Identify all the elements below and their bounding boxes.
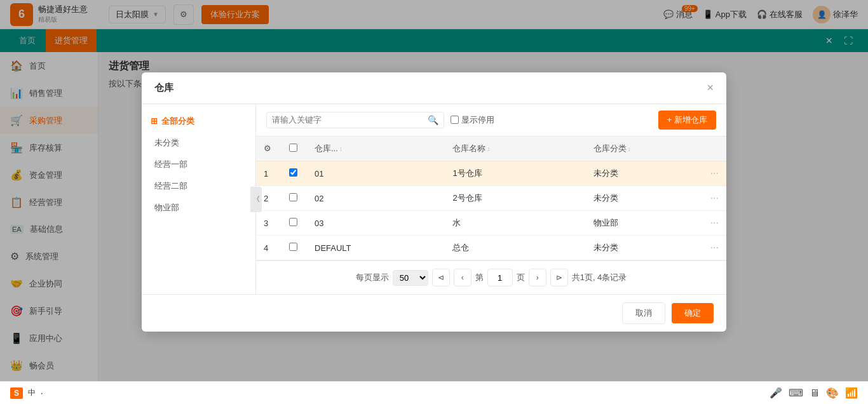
show-disabled-checkbox-label[interactable]: 显示停用: [451, 114, 494, 126]
row-name: 2号仓库: [445, 186, 585, 211]
confirm-button[interactable]: 确定: [672, 303, 714, 323]
first-page-button[interactable]: ⊲: [432, 269, 450, 286]
all-category-label: 全部分类: [161, 116, 194, 127]
search-input[interactable]: [272, 115, 428, 125]
table-settings-icon[interactable]: ⚙: [264, 144, 271, 153]
table-header-row: ⚙ 仓库...↕ 仓库名称↕ 仓库分类↕: [256, 137, 726, 161]
table-body: 1 01 1号仓库 未分类··· 2 02 2号仓库 未分类··· 3 03 水…: [256, 161, 726, 260]
palette-icon[interactable]: 🎨: [826, 387, 839, 399]
last-page-button[interactable]: ⊳: [550, 269, 568, 286]
row-code: DEFAULT: [307, 236, 445, 260]
category-item-property[interactable]: 物业部: [142, 197, 255, 219]
modal-title: 仓库: [154, 82, 173, 94]
select-all-checkbox[interactable]: [289, 144, 297, 152]
prev-page-button[interactable]: ‹: [454, 269, 471, 286]
grid-icon: ⊞: [151, 116, 158, 126]
table-row[interactable]: 2 02 2号仓库 未分类···: [256, 186, 726, 211]
row-checkbox-cell: [281, 211, 307, 236]
data-table: ⚙ 仓库...↕ 仓库名称↕ 仓库分类↕ 1 01 1号仓库 未分类··· 2: [256, 137, 726, 261]
add-warehouse-button[interactable]: + 新增仓库: [658, 111, 716, 130]
table-row[interactable]: 4 DEFAULT 总仓 未分类···: [256, 236, 726, 260]
total-info: 共1页, 4条记录: [572, 272, 627, 283]
sort-category-icon: ↕: [628, 145, 631, 152]
warehouse-modal: 仓库 × ⊞ 全部分类 未分类 经营一部 经营二部 物业部 《: [142, 72, 726, 332]
per-page-label: 每页显示: [356, 272, 389, 283]
row-checkbox-cell: [281, 161, 307, 186]
row-num: 3: [256, 211, 281, 236]
bottom-bar: S 中 · 🎤 ⌨ 🖥 🎨 📶: [0, 381, 868, 404]
modal-overlay: 仓库 × ⊞ 全部分类 未分类 经营一部 经营二部 物业部 《: [0, 0, 868, 404]
pagination: 每页显示 50 20 100 ⊲ ‹ 第 页 › ⊳ 共1页, 4条记录: [256, 260, 726, 294]
row-name: 1号仓库: [445, 161, 585, 186]
per-page-select[interactable]: 50 20 100: [393, 270, 428, 286]
keyboard-icon[interactable]: ⌨: [789, 387, 803, 399]
row-actions-icon[interactable]: ···: [710, 242, 719, 253]
all-category-item[interactable]: ⊞ 全部分类: [142, 111, 255, 132]
table-row[interactable]: 1 01 1号仓库 未分类···: [256, 161, 726, 186]
page-input[interactable]: [487, 269, 513, 286]
row-category: 未分类···: [586, 236, 726, 260]
row-category: 物业部···: [586, 211, 726, 236]
row-num: 4: [256, 236, 281, 260]
bottom-left: S 中 ·: [10, 387, 43, 399]
category-panel: ⊞ 全部分类 未分类 经营一部 经营二部 物业部 《: [142, 104, 256, 295]
modal-body: ⊞ 全部分类 未分类 经营一部 经营二部 物业部 《 🔍: [142, 104, 726, 295]
row-num: 1: [256, 161, 281, 186]
th-name: 仓库名称↕: [445, 137, 585, 161]
next-page-button[interactable]: ›: [529, 269, 546, 286]
row-actions-icon[interactable]: ···: [710, 168, 719, 179]
category-item-uncategorized[interactable]: 未分类: [142, 132, 255, 154]
dot-separator: ·: [41, 388, 43, 398]
cancel-button[interactable]: 取消: [622, 302, 665, 324]
collapse-panel-button[interactable]: 《: [250, 187, 262, 212]
show-disabled-checkbox[interactable]: [451, 116, 459, 124]
row-name: 水: [445, 211, 585, 236]
modal-header: 仓库 ×: [142, 72, 726, 104]
warehouse-table: ⚙ 仓库...↕ 仓库名称↕ 仓库分类↕ 1 01 1号仓库 未分类··· 2: [256, 137, 726, 261]
modal-footer: 取消 确定: [142, 294, 726, 332]
row-actions-icon[interactable]: ···: [710, 217, 719, 229]
category-item-ops1[interactable]: 经营一部: [142, 154, 255, 175]
row-code: 02: [307, 186, 445, 211]
row-checkbox[interactable]: [289, 168, 297, 177]
row-category: 未分类···: [586, 186, 726, 211]
row-code: 01: [307, 161, 445, 186]
row-category: 未分类···: [586, 161, 726, 186]
row-name: 总仓: [445, 236, 585, 260]
signal-icon[interactable]: 📶: [845, 387, 858, 399]
search-icon[interactable]: 🔍: [428, 115, 438, 125]
sort-code-icon: ↕: [339, 145, 342, 152]
page-suffix: 页: [517, 272, 525, 283]
th-code: 仓库...↕: [307, 137, 445, 161]
row-checkbox[interactable]: [289, 218, 297, 226]
row-actions-icon[interactable]: ···: [710, 192, 719, 204]
th-category: 仓库分类↕: [586, 137, 726, 161]
bottom-right: 🎤 ⌨ 🖥 🎨 📶: [770, 387, 858, 399]
s-logo: S: [10, 387, 23, 399]
modal-close-button[interactable]: ×: [707, 81, 714, 95]
lang-badge: 中: [28, 387, 36, 398]
show-disabled-label: 显示停用: [461, 114, 494, 126]
th-settings: ⚙: [256, 137, 281, 161]
microphone-icon[interactable]: 🎤: [770, 387, 782, 399]
sort-name-icon: ↕: [487, 145, 490, 152]
search-box: 🔍: [266, 112, 444, 128]
row-code: 03: [307, 211, 445, 236]
page-label: 第: [475, 272, 484, 283]
row-checkbox[interactable]: [289, 243, 297, 251]
row-checkbox-cell: [281, 186, 307, 211]
table-row[interactable]: 3 03 水 物业部···: [256, 211, 726, 236]
category-item-ops2[interactable]: 经营二部: [142, 175, 255, 197]
row-checkbox-cell: [281, 236, 307, 260]
row-checkbox[interactable]: [289, 193, 297, 201]
th-checkbox: [281, 137, 307, 161]
table-panel: 🔍 显示停用 + 新增仓库 ⚙: [256, 104, 726, 295]
monitor-icon[interactable]: 🖥: [810, 387, 820, 399]
table-toolbar: 🔍 显示停用 + 新增仓库: [256, 104, 726, 137]
